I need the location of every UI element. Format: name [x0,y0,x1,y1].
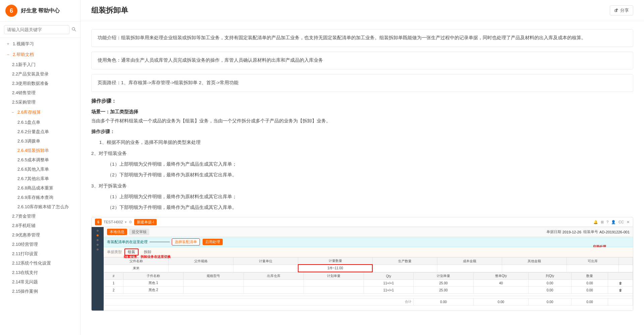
sidebar-item-management[interactable]: 2.10经营管理 [0,240,80,249]
sidebar-item-personalize[interactable]: 2.12系统个性化设置 [0,259,80,268]
sidebar-item-assembly[interactable]: 2.6.4组装拆卸单 [0,146,80,155]
search-area [0,22,80,38]
sidebar-item-ledger[interactable]: 2.6.9库存账本查询 [0,193,80,202]
sidebar-item-print[interactable]: 2.11打印设置 [0,249,80,259]
th-unit: 计量单位 [233,258,298,265]
th-plan: 计划单量 [304,273,364,280]
child-b-2 [474,287,529,294]
child-a-1: 25.00 [413,280,473,287]
func-desc-block: 功能介绍：组装拆卸单用来处理企业组装或拆卸等加工业务，支持有固定装配清单的产品加… [91,29,633,47]
child-plan-2 [304,287,364,294]
sidebar-item-install[interactable]: 2.2产品安装及登录 [0,69,80,79]
child-a-2: 25.00 [413,287,473,294]
app-user-icon: 👤 [611,220,616,224]
sidebar-item-coupon[interactable]: 2.9优惠券管理 [0,230,80,240]
app-close-icon: ✕ [627,220,630,224]
child-row-1: 1 黑色 1 11+/+1 25.00 40 0.00 [104,280,633,287]
select-config-btn[interactable]: 选择装配清单 [172,238,200,245]
step3a: （1）上部明细为父件明细，最终作为原材料生成其它出库单； [91,193,633,201]
sidebar-item-stocktake[interactable]: 2.6.1盘点单 [0,118,80,127]
page-header: 组装拆卸单 分享 [80,0,644,21]
parent-prod-1 [372,265,437,272]
child-plan-1 [304,280,364,287]
search-button[interactable] [71,27,76,33]
sidebar-item-inventory[interactable]: − 2.6库存核算 [0,107,80,118]
svg-point-0 [72,27,75,30]
th-other: 其他金额 [502,258,567,265]
sidebar-item-finance[interactable]: 2.7资金管理 [0,212,80,221]
sidebar-item-cases[interactable]: 2.15操作案例 [0,287,80,296]
type-option-disassemble[interactable]: 拆卸 [141,249,154,255]
sidebar-item-part-stocktake[interactable]: 2.6.2分量盘点单 [0,127,80,136]
child-table-foot: 合计 0.00 0.00 0.00 0.00 [104,298,633,305]
parent-name-1: 来米 [104,265,169,272]
child-row-3-empty [104,294,633,296]
date-field: 单据日期 2019-12-26 [546,229,581,234]
sidebar-item-faq[interactable]: 2.14常见问题 [0,277,80,287]
page-path-block: 页面路径：1、库存核算->库存管理->组装拆卸单 2、首页->常用功能 [91,74,633,92]
parent-table-header: 父件名称 父件规格 计量单位 计量数量 生产数量 成本金额 其他金额 可出库 [104,258,633,265]
footer-1: 0.00 [413,298,473,305]
th-qty: Qty [364,273,413,280]
child-qty-1: 11+/+1 [364,280,413,287]
footer-3: 0.00 [528,298,571,305]
parent-spec-1 [169,265,233,272]
screenshot-inner: 6 TEST-H002 ▾ ⚙ 新建单据-I 🔔 ⊞ ? 👤 CC ✕ [92,217,633,311]
new-order-btn[interactable]: 新建单据-I [134,219,157,225]
child-row-2: 2 黑色 2 11+/+1 25.00 0.00 [104,287,633,294]
mini-dot-5 [97,248,99,250]
share-button[interactable]: 分享 [610,5,633,15]
search-input[interactable] [4,25,69,34]
arrow-line [150,242,170,242]
app-bar-icons: 🔔 ⊞ ? 👤 CC ✕ [593,220,630,224]
app-content: 本地信息 提交审核 单据日期 2019-12-26 组装单号 AD-201912… [92,227,633,311]
mini-dot-3 [97,239,99,241]
sidebar-item-transfer[interactable]: 2.6.3调拨单 [0,136,80,146]
sidebar-item-cost-recalc[interactable]: 2.6.8商品成本重算 [0,183,80,193]
th-prod-qty: 生产数量 [372,258,437,265]
mini-dot-4 [97,244,99,246]
child-table: # 子件名称 规格型号 出库仓库 计划单量 Qty 计划单量 整单Qty 列Qt [104,272,633,305]
func-desc-text: 功能介绍：组装拆卸单用来处理企业组装或拆卸等加工业务，支持有固定装配清单的产品加… [98,35,586,40]
child-row-4 [104,296,633,298]
steps-label: 操作步骤： [91,128,633,136]
type-selector-row: 单据类型 组装 拆卸 组装业务、拆卸业务在这里切换 [104,247,633,257]
child-name-1: 黑色 1 [123,280,183,287]
child-wh-1 [244,280,304,287]
minus-icon: − [5,52,11,57]
sidebar-item-data[interactable]: 2.3使用前数据准备 [0,79,80,88]
app-logo: 6 [95,219,102,225]
child-seq-1: 1 [104,280,123,287]
sidebar-item-sales[interactable]: 2.4销售管理 [0,88,80,98]
sidebar-item-online-pay[interactable]: 2.13在线支付 [0,268,80,277]
sidebar-item-cost-adjust[interactable]: 2.6.5成本调整单 [0,155,80,165]
th-child-spec: 规格型号 [183,273,244,280]
app-cc-icon: CC [619,220,624,224]
sidebar-item-purchase[interactable]: 2.5采购管理 [0,98,80,107]
child-table-header: # 子件名称 规格型号 出库仓库 计划单量 Qty 计划单量 整单Qty 列Qt [104,273,633,280]
app-bell-icon: 🔔 [593,220,598,224]
child-table-wrapper: 无固定清单可以继续在这里录入 # 子件名称 规格型号 出库仓库 计划单量 [104,272,633,305]
th-unit-qty: 计量数量 [298,258,372,265]
child-b-1: 40 [474,280,529,287]
th-parent-spec: 父件规格 [169,258,233,265]
sidebar-item-newbie[interactable]: 2.1新手入门 [0,60,80,69]
sidebar-item-docs[interactable]: − 2.帮助文档 [0,49,80,60]
tab-local-info[interactable]: 本地信息 [107,229,127,235]
app-mini-sidebar [92,227,104,311]
sidebar-item-other-in[interactable]: 2.6.6其他入库单 [0,165,80,174]
th-avail: 可出库 [567,258,619,265]
parent-qty-1: 1件~11.00 [298,265,372,272]
step2: 2、对于组装业务 [91,150,633,158]
sidebar-item-ledger-fix[interactable]: 2.6.10库存账本错了怎么办 [0,202,80,212]
app-help-icon: ? [606,220,608,224]
sidebar-item-other-out[interactable]: 2.6.7其他出库单 [0,174,80,183]
sidebar-item-video[interactable]: + 1.视频学习 [0,39,80,49]
parent-other-1 [502,265,567,272]
plus-icon: + [5,41,11,47]
child-op-1: 🗑 [608,280,633,287]
process-btn[interactable]: 启用处理 [203,239,223,245]
mini-dot-2 [97,234,99,236]
sidebar-item-mobile[interactable]: 2.8手机旺辅 [0,221,80,230]
tab-submit[interactable]: 提交审核 [129,229,149,235]
